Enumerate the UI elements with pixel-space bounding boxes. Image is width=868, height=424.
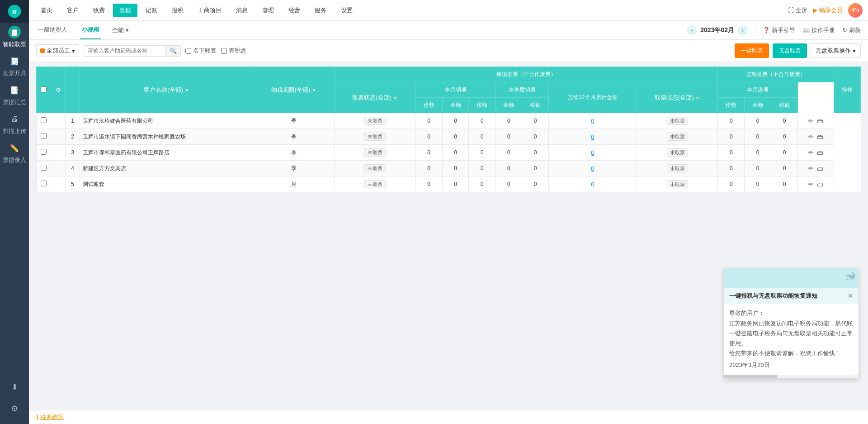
row-tax-period-3: 季 — [253, 161, 335, 176]
th-p-month-amount: 金额 — [745, 98, 771, 113]
nav-message[interactable]: 消息 — [230, 4, 254, 17]
row-view-btn-1[interactable]: 🗃 — [816, 132, 824, 141]
checkbox-myaccount[interactable]: 名下账套 — [185, 47, 217, 55]
row-s-month-amount-3: 0 — [442, 161, 469, 176]
nav-manage[interactable]: 管理 — [256, 4, 280, 17]
sidebar-download-btn[interactable]: ⬇ — [0, 377, 29, 397]
myaccount-checkbox[interactable] — [185, 48, 191, 54]
row-checkbox-0[interactable] — [37, 113, 51, 129]
nav-tax[interactable]: 报税 — [165, 4, 190, 17]
search-input[interactable] — [84, 46, 165, 56]
issue-invoice-icon: 🧾 — [8, 55, 21, 67]
nav-invoice[interactable]: 票据 — [113, 4, 137, 17]
row-edit-btn-3[interactable]: ✏ — [807, 164, 815, 173]
sidebar-item-scan-upload[interactable]: 🖨 扫描上传 — [0, 110, 29, 138]
row-customer-2: 卫辉市保和堂医药有限公司卫辉路店 — [80, 145, 253, 161]
nav-home[interactable]: 首页 — [34, 4, 59, 17]
no-disk-fetch-btn[interactable]: 无盘取票 — [773, 43, 807, 58]
checkbox-taxdisk[interactable]: 有税盘 — [221, 47, 246, 55]
row-actions-1: ✏ 🗃 — [797, 129, 834, 145]
row-edit-btn-2[interactable]: ✏ — [807, 148, 815, 157]
row-s-month-tax-4: 0 — [469, 176, 495, 192]
row-s-quarter-tax-1: 0 — [522, 129, 549, 145]
table-body: 1 卫辉市玖玖健合医药有限公司 季 未取票 0 0 0 0 0 0 未取票 0 … — [37, 113, 861, 192]
row-view-btn-4[interactable]: 🗃 — [816, 180, 824, 189]
row-checkbox-3[interactable] — [37, 161, 51, 176]
row-p-month-tax-0: 0 — [771, 113, 798, 129]
th-settings: ⚙ — [51, 67, 66, 113]
row-edit-btn-4[interactable]: ✏ — [807, 180, 815, 189]
nav-customers[interactable]: 客户 — [61, 4, 85, 17]
taxdisk-checkbox[interactable] — [221, 48, 227, 54]
sidebar-item-issue-invoice[interactable]: 🧾 发票开具 — [0, 52, 29, 81]
sidebar-settings-btn[interactable]: ⚙ — [0, 399, 29, 419]
th-s-month-amount: 金额 — [442, 98, 469, 113]
th-rownum — [66, 67, 80, 113]
search-box: 🔍 — [84, 45, 181, 57]
row-view-btn-2[interactable]: 🗃 — [816, 148, 824, 157]
row-checkbox-4[interactable] — [37, 176, 51, 192]
fullscreen-btn[interactable]: ⛶ 全屏 — [788, 6, 807, 14]
row-p-month-amount-3: 0 — [745, 161, 771, 176]
p-fetch-filter-icon[interactable]: ▼ — [695, 95, 700, 100]
row-s-quarter-tax-0: 0 — [522, 113, 549, 129]
notification-date: 2023年3月20日 — [729, 360, 853, 370]
month-prev-btn[interactable]: ‹ — [687, 25, 697, 35]
filter-dot — [40, 48, 45, 53]
bottom-tax-policy-link[interactable]: 税务政策 — [40, 413, 64, 421]
manual-btn[interactable]: 📖 操作手册 — [802, 26, 835, 34]
row-s-quarter-amount-2: 0 — [495, 145, 522, 161]
row-actions-4: ✏ 🗃 — [797, 176, 834, 192]
row-sales-status-3: 未取票 — [335, 161, 416, 176]
table-settings-icon[interactable]: ⚙ — [56, 86, 61, 93]
refresh-btn[interactable]: ↻ 刷新 — [842, 26, 861, 34]
row-view-btn-3[interactable]: 🗃 — [816, 164, 824, 173]
customer-filter-icon[interactable]: ▼ — [184, 88, 189, 93]
sidebar-item-invoice-entry[interactable]: ✏️ 票据录入 — [0, 138, 29, 167]
guide-btn[interactable]: ❓ 新手引导 — [763, 26, 795, 34]
search-button[interactable]: 🔍 — [165, 46, 180, 56]
notification-scrollbar[interactable] — [724, 375, 859, 378]
row-p-month-tax-2: 0 — [771, 145, 798, 161]
row-customer-0: 卫辉市玖玖健合医药有限公司 — [80, 113, 253, 129]
row-p-month-count-3: 0 — [718, 161, 745, 176]
row-s-month-tax-3: 0 — [469, 161, 495, 176]
sidebar-item-smart-fetch[interactable]: 📋 智能取票 — [0, 23, 29, 52]
row-view-btn-0[interactable]: 🗃 — [816, 116, 824, 125]
bottom-bar: ℹ 税务政策 — [29, 410, 868, 424]
select-all-checkbox[interactable] — [41, 86, 47, 92]
nav-accounting[interactable]: 记账 — [139, 4, 164, 17]
vip-btn[interactable]: ▶ 畅享会员 — [813, 6, 843, 14]
row-checkbox-1[interactable] — [37, 129, 51, 145]
one-click-fetch-btn[interactable]: 一键取票 — [735, 43, 769, 58]
th-checkbox — [37, 67, 51, 113]
row-edit-btn-0[interactable]: ✏ — [807, 116, 815, 125]
month-next-btn[interactable]: › — [738, 25, 748, 35]
topnav-items: 首页 客户 收费 票据 记账 报税 工商项目 消息 管理 经营 服务 设置 — [34, 4, 788, 17]
nav-service[interactable]: 服务 — [308, 4, 333, 17]
nav-business[interactable]: 工商项目 — [192, 4, 228, 17]
employee-filter[interactable]: 全部员工 ▾ — [36, 44, 79, 57]
nav-operations[interactable]: 经营 — [282, 4, 307, 17]
tab-all[interactable]: 全能 ▾ — [112, 26, 129, 34]
row-customer-3: 新建区方方文具店 — [80, 161, 253, 176]
taxperiod-filter-icon[interactable]: ▼ — [312, 88, 316, 93]
tab-small[interactable]: 小规模 — [80, 21, 101, 39]
nav-billing[interactable]: 收费 — [87, 4, 111, 17]
row-edit-btn-1[interactable]: ✏ — [807, 132, 815, 141]
no-disk-ops-btn[interactable]: 无盘取票操作 ▾ — [811, 43, 861, 58]
th-s-month-count: 份数 — [415, 98, 442, 113]
row-s-month-tax-2: 0 — [469, 145, 495, 161]
notification-close-btn[interactable]: ✕ — [848, 293, 853, 299]
row-s-12month-1: 0 — [549, 129, 637, 145]
s-fetch-filter-icon[interactable]: ▼ — [393, 95, 397, 100]
nav-settings[interactable]: 设置 — [335, 4, 359, 17]
row-num-4: 5 — [66, 176, 80, 192]
row-s-12month-2: 0 — [549, 145, 637, 161]
tab-general[interactable]: 一般纳税人 — [36, 21, 69, 39]
row-customer-4: 测试账套 — [80, 176, 253, 192]
row-settings-1 — [51, 129, 66, 145]
user-avatar[interactable]: tEa — [848, 3, 863, 18]
row-checkbox-2[interactable] — [37, 145, 51, 161]
sidebar-item-invoice-summary[interactable]: 📑 票据汇总 — [0, 81, 29, 110]
